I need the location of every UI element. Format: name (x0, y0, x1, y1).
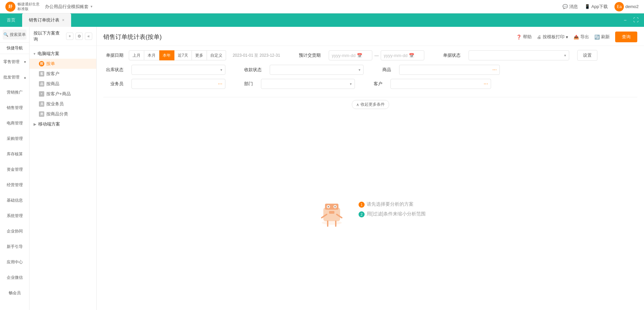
calendar-end-icon: 📅 (409, 53, 414, 58)
print-icon: 🖨 (537, 35, 541, 40)
collapse-panel-btn[interactable]: « (85, 33, 92, 40)
sidebar-item-marketing[interactable]: 营销推广 (0, 85, 29, 100)
customer-ellipsis-btn[interactable]: ··· (484, 81, 488, 87)
tree-group-pc-title[interactable]: ▾ 电脑端方案 (30, 49, 96, 59)
filter-row-person: 业务员 ··· 部门 ▾ 客户 ··· (103, 79, 637, 93)
out-status-select[interactable]: ▾ (131, 65, 225, 75)
period-btn-last-month[interactable]: 上月 (129, 50, 144, 60)
svg-point-0 (322, 221, 342, 225)
tree-item-by-category[interactable]: 类 按商品分类 (30, 109, 96, 119)
logo-text: 畅捷通好生意 标准版 (17, 2, 40, 11)
sidebar-item-finance[interactable]: 资金管理 (0, 162, 29, 177)
sidebar-item-ecommerce[interactable]: 电商管理 (0, 116, 29, 131)
wholesale-expand-icon: ▴ (24, 75, 26, 79)
period-btn-this-year[interactable]: 本年 (159, 50, 174, 60)
period-btn-custom[interactable]: 自定义 (207, 50, 226, 60)
tree-item-by-salesperson[interactable]: 员 按业务员 (30, 99, 96, 109)
sidebar-item-wechat[interactable]: 企业微信 (0, 270, 29, 286)
tab-close-icon[interactable]: × (62, 18, 64, 22)
sidebar-item-wholesale[interactable]: 批发管理 ▴ (0, 69, 29, 85)
app-logo: 好 畅捷通好生意 标准版 (5, 2, 40, 12)
dept-select[interactable]: ▾ (261, 79, 355, 89)
svg-point-5 (328, 206, 329, 207)
search-menu-btn[interactable]: 🔍 搜索菜单 (3, 30, 26, 40)
sidebar-item-member[interactable]: 畅会员 (0, 286, 29, 301)
tab-minimize-btn[interactable]: － (621, 16, 629, 24)
period-buttons: 上月 本月 本年 近7天 更多 自定义 (129, 50, 226, 60)
salesperson-input[interactable]: ··· (131, 79, 225, 89)
period-btn-7days[interactable]: 近7天 (174, 50, 192, 60)
tree-group-pc-arrow: ▾ (34, 52, 36, 56)
tree-group-mobile-title[interactable]: ▶ 移动端方案 (30, 119, 96, 129)
tab-sales-order-stats[interactable]: 销售订单统计表 × (22, 13, 71, 27)
export-btn[interactable]: 📤 导出 (574, 34, 589, 40)
period-btn-this-month[interactable]: 本月 (144, 50, 159, 60)
sidebar-item-sales[interactable]: 销售管理 (0, 100, 29, 116)
customer-input[interactable]: ··· (390, 79, 491, 89)
add-scheme-btn[interactable]: + (66, 33, 73, 40)
salesperson-ellipsis-btn[interactable]: ··· (218, 81, 222, 87)
tab-bar-actions: － ⛶ (621, 16, 644, 24)
sidebar-item-appstore[interactable]: 应用中心 (0, 255, 29, 270)
tree-item-by-product[interactable]: 品 按商品 (30, 79, 96, 89)
export-icon: 📤 (574, 35, 579, 40)
sidebar-item-enterprise[interactable]: 企业协同 (0, 224, 29, 239)
content-header: 销售订单统计表(按单) ❓ 帮助 🖨 按模板打印 ▾ 📤 导出 🔄 刷新 (97, 27, 644, 46)
search-icon: 🔍 (3, 32, 8, 37)
expected-date-start[interactable]: yyyy-mm-dd 📅 (329, 50, 372, 60)
payment-status-select[interactable]: ▾ (270, 65, 364, 75)
out-status-dropdown-icon: ▾ (220, 68, 222, 72)
status-dropdown-icon: ▾ (564, 53, 566, 58)
date-filter-label: 单据日期 (103, 52, 123, 58)
dept-dropdown-icon: ▾ (350, 82, 352, 86)
tab-maximize-btn[interactable]: ⛶ (632, 16, 640, 24)
expected-date-range: yyyy-mm-dd 📅 — yyyy-mm-dd 📅 (329, 50, 424, 60)
page-title-bar: 办公用品行业模拟账套 ▾ (45, 4, 562, 10)
goods-ellipsis-btn[interactable]: ··· (492, 67, 497, 73)
period-btn-more[interactable]: 更多 (192, 50, 207, 60)
collapse-icon: ∧ (356, 102, 359, 107)
sidebar-item-newbie[interactable]: 新手引导 (0, 239, 29, 255)
tree-item-by-customer[interactable]: 客 按客户 (30, 69, 96, 79)
user-menu-btn[interactable]: Ea demo2 (614, 2, 639, 11)
title-dropdown-icon[interactable]: ▾ (91, 4, 93, 9)
sidebar-quick-nav[interactable]: 快捷导航 (0, 43, 29, 54)
status-select[interactable]: ▾ (469, 50, 569, 60)
help-btn[interactable]: ❓ 帮助 (516, 34, 532, 40)
message-btn[interactable]: 💬 消息 (562, 4, 578, 10)
goods-input[interactable]: ··· (399, 65, 500, 75)
expected-date-end[interactable]: yyyy-mm-dd 📅 (381, 50, 424, 60)
dept-label: 部门 (244, 81, 253, 87)
settings-scheme-btn[interactable]: ⚙ (75, 33, 83, 40)
filter-row-date: 单据日期 上月 本月 本年 近7天 更多 自定义 2023-01-01 至 20… (103, 46, 637, 61)
tree-item-by-category-icon: 类 (39, 111, 44, 117)
left-panel-header: 按以下方案查询 + ⚙ « (30, 27, 96, 46)
print-btn[interactable]: 🖨 按模板打印 ▾ (537, 34, 568, 40)
download-icon: 📱 (585, 4, 590, 9)
left-panel-title: 按以下方案查询 (34, 30, 63, 42)
refresh-btn[interactable]: 🔄 刷新 (594, 34, 610, 40)
sidebar-item-business[interactable]: 经营管理 (0, 177, 29, 193)
sidebar-item-retail[interactable]: 零售管理 ▾ (0, 54, 29, 69)
tab-home[interactable]: 首页 (0, 13, 22, 27)
sidebar-nav: 零售管理 ▾ 批发管理 ▴ 营销推广 销售管理 电商管理 采购管理 库存核算 (0, 54, 29, 310)
svg-point-6 (334, 206, 336, 207)
tree-group-mobile-arrow: ▶ (34, 122, 36, 126)
tab-bar: 首页 销售订单统计表 × － ⛶ (0, 13, 644, 27)
collapse-conditions-btn[interactable]: ∧ 收起更多条件 (352, 100, 389, 109)
tree-item-by-cust-prod[interactable]: + 按客户+商品 (30, 89, 96, 99)
sidebar-item-system[interactable]: 系统管理 (0, 208, 29, 224)
filter-row-status: 出库状态 ▾ 收款状态 ▾ 商品 ··· (103, 65, 637, 75)
set-btn[interactable]: 设置 (577, 50, 597, 61)
sidebar-item-purchase[interactable]: 采购管理 (0, 131, 29, 147)
app-download-btn[interactable]: 📱 App下载 (585, 4, 608, 10)
tree-item-by-order[interactable]: 按 按单 (30, 59, 96, 69)
empty-state-content: 1 请先选择要分析的方案 2 用[过滤]条件来缩小分析范围 (315, 194, 426, 228)
expected-date-label: 预计交货期 (299, 52, 321, 58)
tree-group-pc: ▾ 电脑端方案 按 按单 客 按客户 品 按商品 + 按客户+商品 (30, 49, 96, 119)
query-btn[interactable]: 查询 (615, 32, 637, 42)
retail-expand-icon: ▾ (24, 60, 26, 64)
sidebar-item-basic[interactable]: 基础信息 (0, 193, 29, 208)
sidebar-item-inventory[interactable]: 库存核算 (0, 147, 29, 162)
tree-item-by-salesperson-icon: 员 (39, 101, 44, 107)
